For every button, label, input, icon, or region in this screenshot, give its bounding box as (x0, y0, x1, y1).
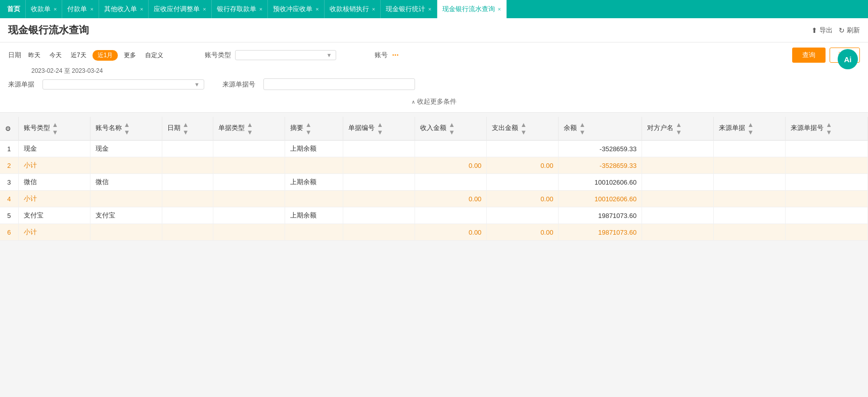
col-gear[interactable]: ⚙ (0, 117, 18, 141)
sort-arrows-account-type: ▲▼ (52, 121, 59, 136)
sort-arrows-opposite: ▲▼ (675, 121, 682, 136)
nav-tab-close[interactable]: × (259, 6, 262, 12)
table-row: 1现金现金上期余额-3528659.33 (0, 141, 868, 157)
source-voucher-no-label: 来源单据号 (222, 80, 255, 89)
nav-tab-label: 应收应付调整单 (154, 5, 200, 14)
filter-row-1: 日期 昨天 今天 近7天 近1月 更多 自定义 账号类型 ▼ 账号 ··· 查询… (8, 48, 860, 63)
nav-tab-yingshouyingfu[interactable]: 应收应付调整单 × (149, 0, 211, 18)
nav-tab-close[interactable]: × (498, 6, 501, 12)
date-range-display: 2023-02-24 至 2023-03-24 (29, 67, 860, 75)
collapse-label: 收起更多条件 (417, 97, 456, 106)
col-summary[interactable]: 摘要▲▼ (285, 117, 343, 141)
nav-tab-fukuandan[interactable]: 付款单 × (62, 0, 99, 18)
table-row: 3微信微信上期余额100102606.60 (0, 174, 868, 191)
nav-tab-yushou[interactable]: 预收冲应收单 × (268, 0, 324, 18)
col-expense[interactable]: 支出金额▲▼ (487, 117, 559, 141)
date-opt-more[interactable]: 更多 (121, 50, 139, 61)
nav-tab-home[interactable]: 首页 (2, 0, 26, 18)
col-source-no[interactable]: 来源单据号▲▼ (786, 117, 868, 141)
nav-tab-label: 预收冲应收单 (273, 5, 312, 14)
table-row: 5支付宝支付宝上期余额19871073.60 (0, 207, 868, 224)
nav-tab-qitashouru[interactable]: 其他收入单 × (99, 0, 149, 18)
nav-tab-xianjinyinhangliushui[interactable]: 现金银行流水查询 × (437, 0, 507, 18)
refresh-label: 刷新 (847, 26, 860, 35)
date-opt-custom[interactable]: 自定义 (142, 50, 166, 61)
gear-icon: ⚙ (5, 125, 11, 133)
col-date[interactable]: 日期▲▼ (162, 117, 213, 141)
nav-tab-shoukuandan[interactable]: 收款单 × (26, 0, 62, 18)
account-dots[interactable]: ··· (392, 51, 398, 60)
nav-tab-shoukuanxiaoshou[interactable]: 收款核销执行 × (325, 0, 381, 18)
page-title: 现金银行流水查询 (8, 23, 89, 37)
export-icon: ⬆ (811, 26, 817, 34)
nav-tab-close[interactable]: × (140, 6, 143, 12)
col-account-name[interactable]: 账号名称▲▼ (90, 117, 162, 141)
nav-tab-xianjinyinhangtongji[interactable]: 现金银行统计 × (381, 0, 437, 18)
col-doc-no[interactable]: 单据编号▲▼ (343, 117, 415, 141)
date-opt-7days[interactable]: 近7天 (68, 50, 89, 61)
sort-arrows-expense: ▲▼ (520, 121, 527, 136)
nav-tab-close[interactable]: × (315, 6, 318, 12)
query-button[interactable]: 查询 (792, 48, 826, 63)
page-header: 现金银行流水查询 ⬆ 导出 ↻ 刷新 (0, 18, 868, 42)
table-row: 6小计0.000.0019871073.60 (0, 224, 868, 241)
data-table: ⚙ 账号类型▲▼ 账号名称▲▼ 日期▲▼ 单据类型▲▼ 摘要▲▼ (0, 117, 868, 241)
header-actions: ⬆ 导出 ↻ 刷新 (811, 26, 860, 35)
nav-tab-label: 收款核销执行 (330, 5, 369, 14)
date-range-text: 2023-02-24 至 2023-03-24 (31, 67, 103, 74)
date-label: 日期 (8, 51, 21, 60)
account-type-select[interactable]: ▼ (235, 50, 336, 60)
refresh-button[interactable]: ↻ 刷新 (839, 26, 860, 35)
refresh-icon: ↻ (839, 26, 845, 34)
nav-tab-close[interactable]: × (203, 6, 206, 12)
col-opposite[interactable]: 对方户名▲▼ (642, 117, 714, 141)
filter-source-voucher: 来源单据 ▼ (8, 79, 204, 90)
sort-arrows-account-name: ▲▼ (124, 121, 130, 136)
chevron-down-icon-2: ▼ (194, 81, 200, 87)
sort-arrows-doc-type: ▲▼ (247, 121, 253, 136)
nav-tab-yinhangcunqu[interactable]: 银行存取款单 × (212, 0, 268, 18)
ai-badge[interactable]: Ai (838, 49, 858, 69)
nav-tab-close[interactable]: × (372, 6, 375, 12)
sort-arrows-doc-no: ▲▼ (377, 121, 383, 136)
chevron-down-icon: ▼ (326, 52, 332, 58)
collapse-bar[interactable]: ∧ 收起更多条件 (8, 94, 860, 107)
nav-tab-close[interactable]: × (54, 6, 57, 12)
sort-arrows-summary: ▲▼ (305, 121, 312, 136)
filter-source-voucher-no: 来源单据号 (222, 78, 415, 90)
col-account-type[interactable]: 账号类型▲▼ (18, 117, 90, 141)
filter-date: 日期 昨天 今天 近7天 近1月 更多 自定义 (8, 50, 166, 61)
nav-tab-close[interactable]: × (90, 6, 93, 12)
col-income[interactable]: 收入金额▲▼ (415, 117, 487, 141)
sort-arrows-income: ▲▼ (448, 121, 455, 136)
account-label: 账号 (375, 51, 388, 60)
top-navigation: 首页 收款单 × 付款单 × 其他收入单 × 应收应付调整单 × 银行存取款单 … (0, 0, 868, 18)
date-opt-1month[interactable]: 近1月 (93, 50, 118, 61)
nav-tab-label: 收款单 (31, 5, 51, 14)
filter-account-type: 账号类型 ▼ (205, 50, 336, 60)
nav-tab-label: 现金银行统计 (386, 5, 425, 14)
date-opt-today[interactable]: 今天 (47, 50, 65, 61)
sort-arrows-source: ▲▼ (747, 121, 754, 136)
filter-account: 账号 ··· (375, 51, 398, 60)
source-voucher-no-input[interactable] (263, 78, 415, 90)
nav-home-label: 首页 (7, 5, 20, 14)
export-button[interactable]: ⬆ 导出 (811, 26, 833, 35)
nav-tab-label: 其他收入单 (104, 5, 137, 14)
nav-tab-label: 现金银行流水查询 (442, 5, 495, 14)
table-row: 2小计0.000.00-3528659.33 (0, 157, 868, 174)
filter-row-2: 来源单据 ▼ 来源单据号 (8, 78, 860, 90)
col-balance[interactable]: 余额▲▼ (559, 117, 642, 141)
chevron-up-icon: ∧ (412, 99, 415, 105)
col-source[interactable]: 来源单据▲▼ (714, 117, 786, 141)
col-doc-type[interactable]: 单据类型▲▼ (213, 117, 285, 141)
date-options: 昨天 今天 近7天 近1月 更多 自定义 (25, 50, 166, 61)
date-opt-yesterday[interactable]: 昨天 (25, 50, 43, 61)
nav-tab-close[interactable]: × (428, 6, 431, 12)
export-label: 导出 (819, 26, 833, 35)
source-voucher-select[interactable]: ▼ (42, 79, 204, 90)
nav-tab-label: 银行存取款单 (217, 5, 256, 14)
sort-arrows-date: ▲▼ (182, 121, 189, 136)
data-table-container: ⚙ 账号类型▲▼ 账号名称▲▼ 日期▲▼ 单据类型▲▼ 摘要▲▼ (0, 117, 868, 241)
table-header-row: ⚙ 账号类型▲▼ 账号名称▲▼ 日期▲▼ 单据类型▲▼ 摘要▲▼ (0, 117, 868, 141)
